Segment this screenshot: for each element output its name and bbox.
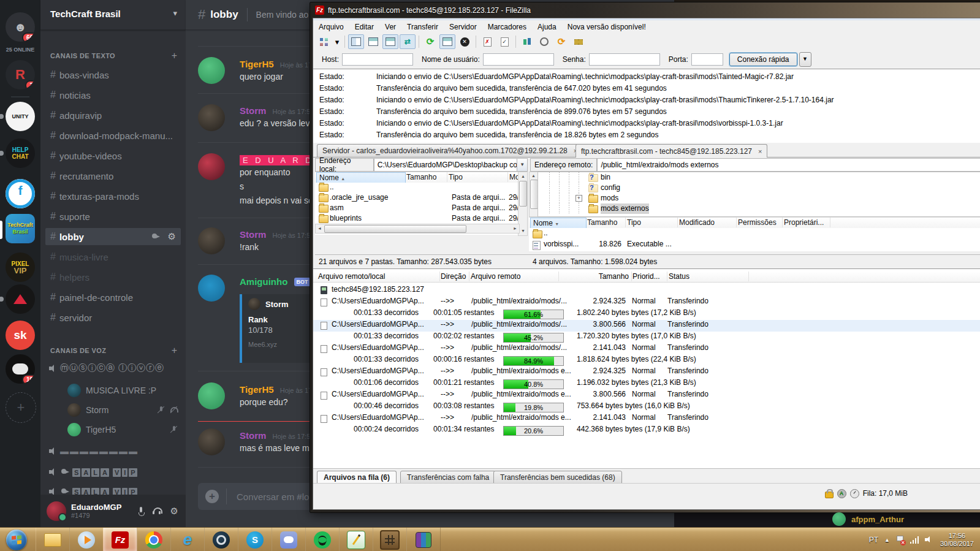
queue-transfer[interactable]: C:\Users\EduardoMGP\Ap... -->> /public_h… [313,343,980,367]
avatar[interactable] [198,153,225,180]
local-address-value[interactable]: C:\Users\EduardoMGP\Desktop\backup cor [374,158,517,172]
queue-transfer[interactable]: C:\Users\EduardoMGP\Ap... -->> /public_h… [313,320,980,343]
synchronized-browsing-icon[interactable]: ⟳ [553,34,569,49]
taskbar-chrome[interactable] [137,528,171,551]
avatar[interactable] [198,428,225,455]
avatar[interactable] [198,275,225,302]
taskbar-skype[interactable]: S [238,528,272,551]
discord-notification[interactable]: afppm_Arthur [832,511,904,527]
taskbar-internet-explorer[interactable]: e [170,528,205,551]
mic-icon[interactable] [138,506,144,516]
toggle-queue-icon[interactable]: ⇄ [400,34,416,49]
queue-transfer[interactable]: C:\Users\EduardoMGP\Ap... -->> /public_h… [313,367,980,390]
channel-item[interactable]: lobby ⚙ [45,228,181,245]
site-manager-dropdown[interactable]: ▾ [333,34,341,49]
file-row[interactable]: .. [529,229,980,239]
column-header[interactable]: Tamanho [558,272,632,281]
file-row[interactable]: asm Pasta de arqui... 29/0 [315,203,518,214]
tree-node[interactable]: ? mods externos [538,203,980,214]
start-button[interactable] [2,529,31,550]
column-header[interactable]: Direção [438,272,469,281]
column-header[interactable]: Arquivo remoto/local [316,272,440,281]
column-header[interactable]: Tamanho [404,172,447,182]
avatar[interactable] [198,382,225,409]
voice-channel-sala-vip-1[interactable]: SALA VIP [49,467,139,477]
file-row[interactable]: blueprints Pasta de arqui... 29/0 [315,214,518,224]
username-input[interactable] [483,53,554,66]
tab-queued-files[interactable]: Arquivos na fila (6) [317,471,397,484]
file-row[interactable]: vorbisspi... 18.826 Executable ... [529,240,980,250]
volume-icon[interactable] [925,536,934,544]
menu-item[interactable]: Servidor [444,21,482,32]
tree-expander[interactable]: + [575,195,582,202]
tree-node[interactable]: + ? mods [538,193,980,203]
queue-transfer[interactable]: C:\Users\EduardoMGP\Ap... -->> /public_h… [313,413,980,436]
avatar[interactable] [198,104,225,131]
process-queue-icon[interactable] [439,34,455,49]
tree-node[interactable]: ? config [538,183,980,193]
file-row[interactable]: .oracle_jre_usage Pasta de arqui... 29/0 [315,193,518,203]
tray-expand-icon[interactable]: ▲ [884,537,890,543]
invite-user-icon[interactable] [152,234,161,240]
avatar[interactable] [198,57,225,84]
remote-tree-scrollbar[interactable]: ▲ [529,172,538,217]
column-header[interactable]: Tamanho [585,218,626,227]
column-header[interactable]: Priorid... [630,272,667,281]
cancel-operation-icon[interactable]: ✕ [457,34,473,49]
find-files-icon[interactable] [571,34,587,49]
filter-icon[interactable] [536,34,552,49]
headphones-icon[interactable] [153,507,162,515]
channel-item[interactable]: download-modpack-manu... ⚙ [45,127,181,144]
column-header[interactable]: Nome ▼ [530,218,587,229]
taskbar-minecraft[interactable] [373,528,407,551]
channel-item[interactable]: musica-livre ⚙ [45,248,181,265]
file-row[interactable]: .. [315,183,518,193]
menu-item[interactable]: Nova versão disponível! [562,21,651,32]
clock[interactable]: 17:56 30/08/2017 [940,532,974,548]
home-button[interactable]: ☻ 66 [6,12,35,42]
menu-item[interactable]: Ver [379,21,401,32]
tab-successful-transfers[interactable]: Transferências bem sucedidas (68) [493,471,622,484]
channel-item[interactable]: helpers ⚙ [45,268,181,286]
user-settings-icon[interactable]: ⚙ [170,506,178,517]
channel-item[interactable]: noticias ⚙ [45,86,181,104]
taskbar-notepad[interactable] [339,528,373,551]
menu-item[interactable]: Editar [349,21,379,32]
attach-file-icon[interactable]: + [205,490,219,503]
server-icon-techcraft[interactable]: TechCraft Brasil [6,214,35,243]
column-header[interactable]: Status [666,272,749,281]
server-icon-triangle[interactable] [6,284,35,314]
menu-item[interactable]: Arquivo [313,21,349,32]
server-header[interactable]: TechCraft Brasil ▾ [40,0,186,30]
tab-failed-transfers[interactable]: Transferências com falha [400,471,496,484]
reconnect-icon[interactable]: ✓ [496,34,512,49]
column-header[interactable]: Nome ▲ [316,172,406,183]
combo-arrow-icon[interactable]: ▼ [517,158,528,172]
taskbar-winrar[interactable] [406,528,441,551]
directory-comparison-icon[interactable] [519,34,535,49]
channel-item[interactable]: recrutamento ⚙ [45,167,181,184]
site-manager-icon[interactable] [316,34,332,49]
avatar[interactable] [198,227,225,254]
network-icon[interactable] [910,536,919,544]
column-header[interactable]: Permissões [735,218,783,227]
local-horizontal-scrollbar[interactable]: ◄ ► [315,224,520,234]
taskbar-spotify[interactable] [305,528,340,551]
taskbar-steam[interactable] [204,528,238,551]
channel-item[interactable]: boas-vindas ⚙ [45,66,181,83]
channel-item[interactable]: painel-de-controle ⚙ [45,289,181,306]
server-icon-sk[interactable]: sk [6,321,35,350]
toggle-log-icon[interactable] [348,34,364,49]
server-icon-forge[interactable]: f [6,179,35,208]
avatar[interactable] [47,501,66,521]
voice-channel-divider[interactable]: ▬▬▬▬▬▬▬▬ [49,446,139,456]
quickconnect-button[interactable]: Conexão rápida [729,53,797,66]
close-tab-icon[interactable]: × [758,148,762,155]
create-channel-icon[interactable]: + [172,50,177,61]
channel-item[interactable]: suporte ⚙ [45,208,181,225]
voice-member[interactable]: Storm [67,403,178,417]
action-center-icon[interactable] [896,536,904,544]
connection-tab[interactable]: Servidor - carlos_eduardovieiraoliveira%… [317,144,582,157]
channel-item[interactable]: youtube-videos ⚙ [45,147,181,164]
column-header[interactable]: Tipo [625,218,678,227]
